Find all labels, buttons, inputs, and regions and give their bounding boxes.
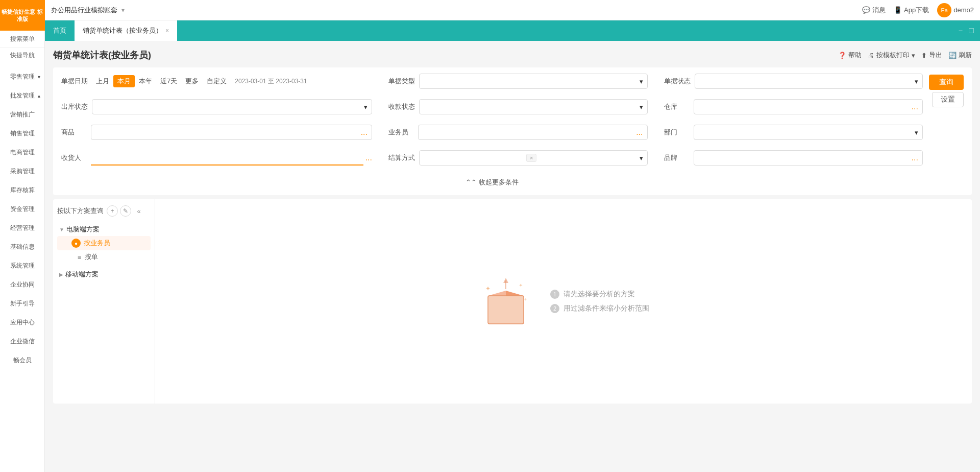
dept-select[interactable]: ▾: [694, 125, 923, 140]
app-logo: 畅捷信好生意 标准版: [0, 0, 45, 31]
date-more-btn[interactable]: 更多: [181, 75, 203, 87]
doc-type-select[interactable]: ▾: [419, 74, 648, 89]
sidebar-item-finance[interactable]: 资金管理: [0, 200, 44, 219]
goods-filter-item: 商品 ...: [61, 125, 372, 140]
brand-dots[interactable]: ...: [912, 153, 918, 162]
doc-type-filter-item: 单据类型 ▾: [388, 74, 648, 89]
payment-tag-close[interactable]: ×: [530, 155, 533, 161]
empty-tip-1: 1 请先选择要分析的方案: [550, 290, 649, 299]
sidebar-item-purchase[interactable]: 采购管理: [0, 162, 44, 181]
sidebar-item-basic[interactable]: 基础信息: [0, 238, 44, 256]
sidebar-item-retail[interactable]: 零售管理: [0, 67, 44, 86]
brand-select[interactable]: ...: [694, 150, 923, 166]
svg-marker-2: [506, 291, 524, 296]
by-order-item[interactable]: ≡ 按单: [57, 250, 151, 264]
tab-maximize-btn[interactable]: □: [969, 26, 974, 35]
sidebar-item-wechat[interactable]: 企业微信: [0, 332, 44, 351]
app-download-label: App下载: [904, 6, 929, 15]
query-btn[interactable]: 查询: [929, 75, 964, 90]
goods-select[interactable]: ...: [91, 125, 372, 140]
action-buttons: 查询 设置: [929, 74, 964, 107]
tabbar-actions: － □: [957, 26, 980, 36]
sidebar-item-newbie[interactable]: 新手引导: [0, 294, 44, 313]
sidebar-item-inventory[interactable]: 库存核算: [0, 181, 44, 200]
filter-row-1: 单据日期 上月 本月 本年 近7天 更多 自定义 2023-03-01 至 20…: [61, 74, 964, 189]
pc-scheme-section: ▼ 电脑端方案 ● 按业务员 ≡ 按单: [57, 223, 151, 264]
message-btn[interactable]: 💬 消息: [862, 6, 886, 15]
date-this-year-btn[interactable]: 本年: [135, 75, 156, 87]
salesman-dots[interactable]: ...: [636, 128, 643, 137]
app-download-btn[interactable]: 📱 App下载: [894, 6, 929, 15]
sidebar-item-appcenter[interactable]: 应用中心: [0, 313, 44, 332]
refresh-label: 刷新: [959, 51, 972, 60]
topbar: 办公用品行业模拟账套 ▾ 💬 消息 📱 App下载 Ea demo2: [45, 0, 980, 20]
tab-home[interactable]: 首页: [45, 20, 75, 41]
consignee-input[interactable]: [91, 150, 363, 166]
sidebar-item-sales[interactable]: 销售管理: [0, 124, 44, 143]
payment-arrow: ▾: [640, 154, 643, 162]
dept-label: 部门: [664, 128, 690, 137]
sidebar-item-ecommerce[interactable]: 电商管理: [0, 143, 44, 162]
sidebar-item-wholesale[interactable]: 批发管理: [0, 86, 44, 105]
help-btn[interactable]: ❓ 帮助: [838, 51, 862, 60]
edit-scheme-btn[interactable]: ✎: [120, 205, 131, 217]
tab-close-btn[interactable]: ×: [165, 27, 169, 34]
salesman-select[interactable]: ...: [418, 125, 648, 140]
brand-label: 品牌: [664, 153, 690, 162]
sidebar-item-enterprise[interactable]: 企业协同: [0, 275, 44, 294]
salesperson-icon: ●: [71, 239, 81, 248]
sidebar-item-member[interactable]: 畅会员: [0, 351, 44, 370]
export-label: 导出: [929, 51, 942, 60]
sidebar-item-marketing[interactable]: 营销推广: [0, 105, 44, 124]
refresh-btn[interactable]: 🔄 刷新: [948, 51, 972, 60]
content-area: 销货单统计表(按业务员) ❓ 帮助 🖨 按模板打印 ▾ ⬆ 导出 🔄 刷新: [45, 41, 980, 472]
date-7days-btn[interactable]: 近7天: [156, 75, 181, 87]
sidebar-quicknav[interactable]: 快捷导航: [0, 48, 44, 63]
out-status-label: 出库状态: [61, 102, 88, 111]
page-actions: ❓ 帮助 🖨 按模板打印 ▾ ⬆ 导出 🔄 刷新: [838, 51, 972, 60]
pc-scheme-header[interactable]: ▼ 电脑端方案: [57, 223, 151, 236]
salesperson-scheme-item[interactable]: ● 按业务员: [57, 236, 151, 250]
warehouse-filter-item: 仓库 ...: [664, 99, 923, 114]
doc-type-arrow: ▾: [640, 78, 643, 85]
dept-arrow: ▾: [915, 129, 918, 136]
goods-dots[interactable]: ...: [361, 128, 368, 137]
recv-status-select[interactable]: ▾: [419, 99, 648, 114]
recv-status-filter-item: 收款状态 ▾: [388, 99, 648, 114]
warehouse-dots[interactable]: ...: [912, 102, 918, 111]
export-btn[interactable]: ⬆ 导出: [921, 51, 942, 60]
topbar-dropdown-arrow[interactable]: ▾: [121, 7, 125, 14]
consignee-dots[interactable]: ...: [365, 153, 372, 162]
tab-sales-stats[interactable]: 销货单统计表（按业务员） ×: [75, 20, 177, 41]
warehouse-select[interactable]: ...: [694, 99, 923, 114]
right-panel: ✦ ✦ ✦ 1 请先选择要分析的方案: [155, 199, 972, 404]
pc-section-arrow: ▼: [59, 227, 64, 232]
sidebar-item-system[interactable]: 系统管理: [0, 256, 44, 275]
settings-btn[interactable]: 设置: [932, 92, 964, 107]
mobile-scheme-header[interactable]: ▶ 移动端方案: [57, 268, 151, 281]
doc-status-select[interactable]: ▾: [695, 74, 923, 89]
tab-minimize-btn[interactable]: －: [957, 26, 965, 36]
out-status-select[interactable]: ▾: [92, 99, 372, 114]
sidebar-search[interactable]: 搜索菜单: [0, 31, 44, 48]
help-icon: ❓: [838, 52, 846, 59]
empty-tips: 1 请先选择要分析的方案 2 用过滤条件来缩小分析范围: [550, 290, 649, 313]
help-label: 帮助: [848, 51, 862, 60]
sidebar: 畅捷信好生意 标准版 搜索菜单 快捷导航 零售管理 批发管理 营销推广 销售管理…: [0, 0, 45, 472]
date-custom-btn[interactable]: 自定义: [203, 75, 231, 87]
empty-illustration: ✦ ✦ ✦: [478, 273, 534, 331]
date-this-month-btn[interactable]: 本月: [113, 75, 135, 87]
date-prev-month-btn[interactable]: 上月: [92, 75, 113, 87]
add-scheme-btn[interactable]: +: [107, 205, 118, 217]
collapse-panel-btn[interactable]: «: [133, 205, 144, 217]
tip-num-2: 2: [550, 304, 559, 313]
user-profile-btn[interactable]: Ea demo2: [937, 3, 974, 17]
payment-select[interactable]: × ▾: [419, 150, 648, 166]
collapse-btn[interactable]: ⌃⌃ 收起更多条件: [61, 176, 923, 189]
dept-filter-item: 部门 ▾: [664, 125, 923, 140]
sidebar-item-operation[interactable]: 经营管理: [0, 219, 44, 238]
mobile-scheme-section: ▶ 移动端方案: [57, 268, 151, 281]
template-print-btn[interactable]: 🖨 按模板打印 ▾: [868, 51, 915, 60]
message-icon: 💬: [862, 6, 870, 14]
tab-home-label: 首页: [53, 26, 66, 35]
